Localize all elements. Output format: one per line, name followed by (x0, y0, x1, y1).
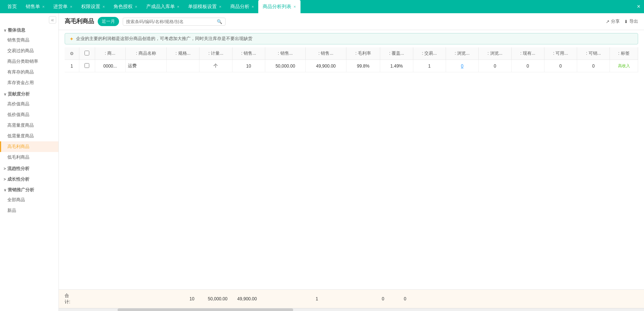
nav-tab-template[interactable]: 单据模板设置× (184, 0, 226, 13)
nav-tab-sales[interactable]: 销售单× (21, 0, 49, 13)
col-header-available[interactable]: : 可用... (544, 47, 577, 60)
col-header-gross_rate[interactable]: : 毛利率 (346, 47, 380, 60)
row-num: 1 (65, 60, 79, 72)
footer-cell-2 (100, 296, 122, 301)
col-header-sales_qty[interactable]: : 销售... (232, 47, 265, 60)
sidebar-group-marketing-analysis[interactable]: ∨营销推广分析 (0, 184, 58, 195)
footer-cell-5: 10 (181, 296, 203, 301)
sidebar-group-profit-analysis[interactable]: ∨贡献度分析 (0, 88, 58, 99)
share-button[interactable]: ↗ 分享 (606, 18, 620, 25)
close-tab-permissions[interactable]: × (102, 4, 105, 9)
sidebar-group-growth-analysis[interactable]: >成长性分析 (0, 173, 58, 184)
export-icon: ⬇ (624, 19, 628, 24)
row-checkbox[interactable] (79, 60, 95, 72)
col-label-spec: : 规格... (176, 51, 191, 56)
footer-cell-10: 1 (306, 296, 328, 301)
sidebar-collapse-button[interactable]: « (49, 16, 56, 23)
sidebar-item-inventory-goods[interactable]: 有库存的商品 (0, 67, 58, 77)
scrollbar-thumb[interactable] (118, 308, 293, 311)
close-all-tabs[interactable]: × (637, 3, 640, 10)
nav-tab-analysis[interactable]: 商品分析× (226, 0, 258, 13)
col-header-tag[interactable]: : 标签 (610, 47, 638, 60)
nav-tab-home[interactable]: 首页 (3, 0, 21, 13)
col-header-spec[interactable]: : 规格... (167, 47, 199, 60)
info-text: 企业的主要的利润都是这部分商品创造的，可考虑加大推广，同时关注库存是不要出现缺货 (76, 36, 252, 42)
tag-badge: 高收入 (618, 64, 630, 68)
col-label-sellable: : 可销... (586, 51, 601, 56)
top-navigation: 首页销售单×进货单×权限设置×角色授权×产成品入库单×单据模板设置×商品分析×商… (0, 0, 644, 13)
sidebar-item-goods-contrib[interactable]: 商品分类助销率 (0, 56, 58, 67)
sidebar-group-flow-analysis[interactable]: >流趋性分析 (0, 163, 58, 173)
close-tab-analysis-list[interactable]: × (294, 4, 296, 9)
col-label-code: : 商... (105, 51, 115, 56)
settings-icon[interactable]: ⚙ (70, 51, 74, 56)
footer-cell-15 (416, 296, 438, 301)
search-input[interactable] (126, 19, 217, 24)
col-header-transaction[interactable]: : 交易... (413, 47, 446, 60)
sidebar-item-low-value[interactable]: 低价值商品 (0, 109, 58, 120)
row-checkbox[interactable] (84, 63, 89, 68)
col-header-current_stock[interactable]: : 现有... (511, 47, 544, 60)
close-tab-purchase[interactable]: × (70, 4, 72, 9)
export-button[interactable]: ⬇ 导出 (624, 18, 638, 25)
sidebar-item-traded-goods[interactable]: 交易过的商品 (0, 46, 58, 56)
col-header-browse1[interactable]: : 浏览... (446, 47, 478, 60)
col-header-checkbox[interactable] (79, 47, 95, 60)
filter-recent-month[interactable]: 近一月 (98, 17, 119, 26)
sidebar-item-high-demand-high[interactable]: 高需量度商品 (0, 120, 58, 131)
bottom-scrollbar[interactable] (59, 308, 644, 311)
sidebar-group-label-overall: 整体信息 (8, 27, 25, 33)
row-unit: 个 (199, 60, 232, 72)
col-header-settings[interactable]: ⚙ (65, 47, 79, 60)
col-header-sales_cost[interactable]: : 销售... (306, 47, 346, 60)
col-label-current_stock: : 现有... (520, 51, 535, 56)
row-browse1-link[interactable]: 0 (461, 64, 464, 69)
sidebar-item-sales-goods[interactable]: 销售货商品 (0, 35, 58, 46)
footer-cell-9 (284, 296, 306, 301)
sidebar-item-high-value[interactable]: 高价值商品 (0, 99, 58, 109)
sidebar-item-low-margin[interactable]: 低毛利商品 (0, 152, 58, 163)
sidebar-item-new-goods[interactable]: 新品 (0, 205, 58, 216)
col-header-browse2[interactable]: : 浏览... (479, 47, 511, 60)
select-all-checkbox[interactable] (84, 51, 89, 55)
sidebar-item-inventory-ratio[interactable]: 库存资金占用 (0, 77, 58, 88)
col-label-available: : 可用... (553, 51, 568, 56)
row-browse1[interactable]: 0 (446, 60, 478, 72)
close-tab-template[interactable]: × (219, 4, 221, 9)
sidebar-group-overall[interactable]: ∨整体信息 (0, 24, 58, 35)
row-sales-qty: 10 (232, 60, 265, 72)
footer-cell-13: 0 (372, 296, 394, 301)
col-label-tag: : 标签 (618, 51, 630, 56)
row-sellable: 0 (577, 60, 610, 72)
col-header-unit[interactable]: : 计量... (199, 47, 232, 60)
footer-cell-12 (350, 296, 372, 301)
col-header-sellable[interactable]: : 可销... (577, 47, 610, 60)
close-tab-products-in[interactable]: × (177, 4, 179, 9)
nav-tab-permissions[interactable]: 权限设置× (77, 0, 109, 13)
nav-tab-products-in[interactable]: 产成品入库单× (142, 0, 184, 13)
sidebar-item-high-demand-low[interactable]: 低需量度商品 (0, 131, 58, 141)
col-label-sales_amount: : 销售... (278, 51, 293, 56)
footer-cell-8 (262, 296, 284, 301)
nav-tab-purchase[interactable]: 进货单× (49, 0, 76, 13)
search-icon[interactable]: 🔍 (217, 19, 222, 24)
col-label-browse2: : 浏览... (488, 51, 503, 56)
row-spec (167, 60, 199, 72)
nav-tab-analysis-list[interactable]: 商品分析列表× (258, 0, 300, 13)
col-header-coverage[interactable]: : 覆盖... (380, 47, 413, 60)
sidebar-group-label-growth-analysis: 成长性分析 (7, 176, 29, 182)
footer-cell-3 (122, 296, 159, 301)
col-header-sales_amount[interactable]: : 销售... (265, 47, 305, 60)
close-tab-analysis[interactable]: × (252, 4, 254, 9)
close-tab-roles[interactable]: × (135, 4, 137, 9)
header-actions: ↗ 分享 ⬇ 导出 (606, 18, 638, 25)
row-code: 0000... (95, 60, 125, 72)
close-tab-sales[interactable]: × (42, 4, 44, 9)
nav-tab-roles[interactable]: 角色授权× (109, 0, 141, 13)
col-header-code[interactable]: : 商... (95, 47, 125, 60)
sidebar-item-all-goods[interactable]: 全部商品 (0, 195, 58, 205)
arrow-icon: ∨ (4, 188, 6, 192)
sidebar-group-label-profit-analysis: 贡献度分析 (8, 91, 30, 97)
sidebar-item-high-margin[interactable]: 高毛利商品 (0, 141, 58, 152)
col-header-name[interactable]: : 商品名称 (125, 47, 167, 60)
